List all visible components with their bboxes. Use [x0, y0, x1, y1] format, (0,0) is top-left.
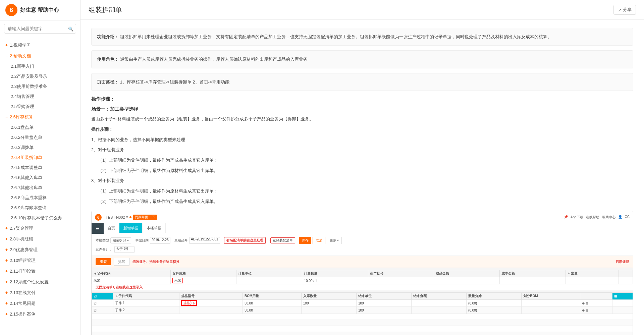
- collapse-icon-2: −: [5, 54, 8, 58]
- inner-nav-tabs: ☰ 自页 新增单据 本楼单据: [92, 223, 633, 234]
- type-btn-disassemble[interactable]: 拆卸: [114, 258, 130, 266]
- lower-th-amount: 结来金额: [411, 293, 466, 300]
- expand-icon-2-13: +: [5, 290, 8, 295]
- inner-nav-arrow: ▾: [126, 215, 128, 219]
- feature-intro-block: 功能介绍： 组装拆卸单用来处理企业组装或拆卸等加工业务，支持有固定装配清单的产品…: [91, 28, 633, 46]
- sidebar-item-2-12[interactable]: + 2.12系统个性化设置: [0, 277, 80, 287]
- lower-td-empty-6: [92, 332, 633, 335]
- inner-tab-home[interactable]: 自页: [104, 223, 119, 233]
- upper-table-header-row: ＋父件代码 父件规格 计量单位 计量数量 生产批号 成品金额 成本金额 可出量: [92, 270, 633, 277]
- role-label: 使用角色：: [97, 57, 119, 62]
- sidebar-item-1[interactable]: + 1.视频学习: [0, 40, 80, 51]
- upper-td-avail: [566, 277, 619, 284]
- sidebar-item-2-9[interactable]: + 2.9优惠券管理: [0, 244, 80, 255]
- feature-intro-text: 组装拆卸单用来处理企业组装或拆卸等加工业务，支持有固定装配清单的产品加工业务，也…: [120, 34, 552, 39]
- inner-logo: 6: [95, 214, 102, 221]
- upper-table-body: 米米 米米 10.00 / 1: [92, 277, 633, 284]
- sidebar-item-2-11[interactable]: + 2.11打印设置: [0, 266, 80, 277]
- upper-td-spec: 米米: [170, 277, 236, 284]
- lower-table-header-row: ☑ ＋子件代码 规格型号 BOM用量 入库数量 结来单位 结来金额 数量分摊 划…: [92, 293, 633, 300]
- inner-tab-new[interactable]: 新增单据: [119, 223, 143, 233]
- lower-td-bom-1: 30.00: [243, 300, 301, 307]
- expand-icon-1: +: [5, 43, 8, 48]
- lower-td-amt-2: [411, 307, 466, 314]
- inner-save-btn[interactable]: 保存: [299, 237, 311, 244]
- expand-icon-2-10: +: [5, 258, 8, 263]
- lower-table-head: ☑ ＋子件代码 规格型号 BOM用量 入库数量 结来单位 结来金额 数量分摊 划…: [92, 293, 633, 300]
- lower-th-unit: 结来单位: [356, 293, 411, 300]
- annotation1-target[interactable]: 选择装配清单: [270, 237, 295, 243]
- inner-form-row2: 运件合计： 大于 2件: [96, 246, 629, 253]
- sidebar-item-2-8[interactable]: + 2.8手机旺铺: [0, 234, 80, 244]
- inner-cancel-btn[interactable]: 取消: [313, 237, 325, 244]
- expand-icon-2-7: +: [5, 226, 8, 231]
- lower-td-empty-5: [92, 326, 633, 332]
- sidebar-item-2-6-3[interactable]: 2.6.3调拨单: [0, 143, 80, 153]
- inner-hamburger[interactable]: ☰: [92, 223, 104, 234]
- inner-form-row1: 本楼类型 组装拆卸 ▾ 单据日期 2019-12-26 集组品号 AD-2019…: [96, 237, 629, 244]
- lower-td-inqty-1: 100: [301, 300, 356, 307]
- sidebar-item-2-6-5[interactable]: 2.6.5成本调整单: [0, 163, 80, 173]
- lower-td-act-2: ⊕ ⊖: [580, 307, 612, 314]
- lower-td-unit-1: 100: [356, 300, 411, 307]
- sidebar-item-2-13[interactable]: + 2.13在线支付: [0, 287, 80, 298]
- form-type-select[interactable]: 组装拆卸 ▾: [110, 237, 131, 243]
- upper-table-row-1: 米米 米米 10.00 / 1: [92, 277, 633, 284]
- upper-td-amount: [434, 277, 500, 284]
- sidebar-item-2-6-7[interactable]: 2.6.7其他出库单: [0, 183, 80, 193]
- lower-th-checkbox: ☑: [92, 293, 113, 300]
- lower-row-1: ☑ 子件 1 规格(+)- 30.00 100 100 (0.00: [92, 300, 633, 307]
- sidebar-item-2-7[interactable]: + 2.7资金管理: [0, 223, 80, 234]
- search-icon: 🔍: [68, 26, 73, 31]
- annotation1-text: 有装配清单的在这里处理: [224, 237, 266, 244]
- sidebar-item-2-6[interactable]: − 2.6库存核算: [0, 112, 80, 122]
- sidebar-item-2-6-4[interactable]: 2.6.4组装拆卸单: [0, 153, 80, 163]
- sidebar-item-2-6-2[interactable]: 2.6.2分量盘点单: [0, 132, 80, 143]
- sidebar-item-2-4[interactable]: 2.4销售管理: [0, 92, 80, 102]
- inner-tab-detail[interactable]: 本楼单据: [143, 223, 166, 233]
- upper-td-unit: [236, 277, 302, 284]
- step2-1: （1）上部明细为父件明细，最终作为产成品生成其它入库单；: [91, 156, 633, 165]
- scenario1-title: 场景一：加工类型选择: [91, 106, 633, 112]
- sidebar-item-2-10[interactable]: + 2.10经营管理: [0, 255, 80, 266]
- upper-th-4: 生产批号: [368, 270, 434, 277]
- step3: 3、对于拆装业务: [91, 177, 633, 185]
- sidebar-item-2-5[interactable]: 2.5采购管理: [0, 102, 80, 112]
- step3-1: （1）上部明细为父件明细，最终作为原材料生成其它出库单；: [91, 187, 633, 196]
- screenshot-container: 6 TEST-H002 ▾ 同期单据一下 📌 App下载 在线帮助: [91, 211, 633, 335]
- form-id-value[interactable]: AD-20191226-001: [189, 237, 220, 244]
- lower-th-share: 数量分摊: [467, 293, 522, 300]
- form-date-value[interactable]: 2019-12-26: [150, 237, 170, 244]
- sidebar-item-2-1[interactable]: 2.1新手入门: [0, 61, 80, 71]
- role-text: 通常由生产人员或库管人员完成拆装业务的操作，库管人员确认原材料的出库和产成品的入…: [120, 57, 308, 62]
- sidebar-item-2-3[interactable]: 2.3使用前数据准备: [0, 81, 80, 92]
- sidebar-item-2-6-8[interactable]: 2.6.8商品成本重算: [0, 193, 80, 203]
- content-area: 功能介绍： 组装拆卸单用来处理企业组装或拆卸等加工业务，支持有固定装配清单的产品…: [80, 20, 644, 335]
- main-content: 组装拆卸单 ↗ 分享 功能介绍： 组装拆卸单用来处理企业组装或拆卸等加工业务，支…: [80, 0, 644, 335]
- collapse-icon-2-6: −: [5, 115, 8, 119]
- share-button[interactable]: ↗ 分享: [613, 5, 636, 15]
- sidebar-item-2-2[interactable]: 2.2产品安装及登录: [0, 71, 80, 81]
- form-id-group: 集组品号 AD-20191226-001: [174, 237, 220, 244]
- lower-td-div-1: [522, 300, 580, 307]
- sidebar-item-2-6-10[interactable]: 2.6.10库存账本错了怎么办: [0, 213, 80, 223]
- lower-td-empty-3: [92, 314, 633, 320]
- upper-th-8: [619, 270, 633, 277]
- type-btn-assemble[interactable]: 组装: [96, 258, 111, 265]
- upper-td-batch: [368, 277, 434, 284]
- sidebar-item-2-14[interactable]: + 2.14常见问题: [0, 298, 80, 309]
- inner-tr-4: 帮助中心: [602, 215, 615, 220]
- search-input[interactable]: [4, 24, 76, 34]
- sidebar-item-2-6-6[interactable]: 2.6.6其他入库单: [0, 173, 80, 183]
- inner-tr-2: App下载: [571, 215, 583, 220]
- sidebar-item-2-15[interactable]: + 2.15操作案例: [0, 309, 80, 320]
- inner-more-btn[interactable]: 更多 ▾: [327, 237, 342, 244]
- sidebar-item-2[interactable]: − 2.帮助文档: [0, 51, 80, 61]
- inner-period-btn[interactable]: 同期单据一下: [133, 215, 157, 220]
- form-date-label: 单据日期: [135, 238, 149, 243]
- step2: 2、对于组装业务: [91, 146, 633, 154]
- sidebar-item-2-6-9[interactable]: 2.6.9库存账本查询: [0, 203, 80, 213]
- sidebar-item-2-6-1[interactable]: 2.6.1盘点单: [0, 122, 80, 132]
- upper-th-1: 父件规格: [170, 270, 236, 277]
- search-box[interactable]: 🔍: [0, 20, 80, 37]
